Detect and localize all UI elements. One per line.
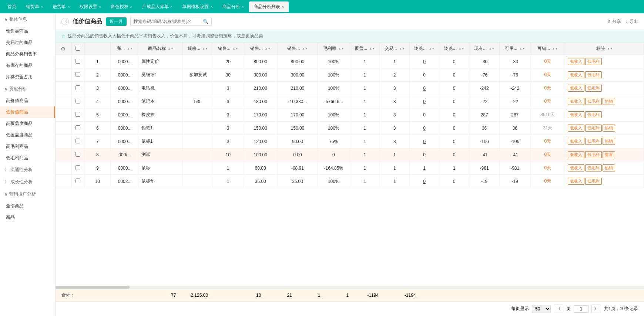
row-browse1[interactable]: 0 [409, 68, 439, 82]
nav-template[interactable]: 单据模板设置 × [178, 1, 217, 12]
nav-sales[interactable]: 销货单 × [21, 1, 47, 12]
nav-purchase[interactable]: 进货单 × [48, 1, 74, 12]
search-input[interactable] [134, 19, 201, 24]
sort-available-icon[interactable]: ▲▼ [519, 47, 525, 50]
sort-cost-icon[interactable]: ▲▼ [302, 47, 308, 50]
sort-trade-icon[interactable]: ▲▼ [399, 47, 405, 50]
row-checkbox[interactable] [76, 125, 80, 130]
col-sale-cost[interactable]: 销售... ▲▼ [278, 43, 317, 55]
sidebar-item-traded-products[interactable]: 交易过的商品 [0, 37, 55, 48]
sort-browse2-icon[interactable]: ▲▼ [459, 47, 464, 50]
row-browse1[interactable]: 1 [409, 162, 439, 175]
per-page-select[interactable]: 50 100 200 [532, 305, 551, 313]
col-saleable[interactable]: 可销... ▲▼ [530, 43, 565, 55]
row-checkbox-cell[interactable] [71, 82, 84, 95]
row-checkbox-cell[interactable] [71, 162, 84, 175]
first-page-btn[interactable]: 《 [554, 305, 563, 313]
row-checkbox[interactable] [76, 152, 80, 157]
row-browse1[interactable]: 0 [409, 95, 439, 108]
row-browse1[interactable]: 0 [409, 82, 439, 95]
row-checkbox[interactable] [76, 59, 80, 64]
sidebar-item-all-products[interactable]: 全部商品 [0, 200, 55, 212]
col-browse2[interactable]: 浏览... ▲▼ [439, 43, 469, 55]
sidebar-item-sales-products[interactable]: 销售类商品 [0, 26, 55, 37]
col-sale-amount[interactable]: 销售... ▲▼ [243, 43, 278, 55]
nav-product-analysis[interactable]: 商品分析 × [218, 1, 248, 12]
sort-name-icon[interactable]: ▲▼ [168, 47, 174, 50]
sidebar-item-low-margin[interactable]: 低毛利商品 [0, 152, 55, 164]
row-browse1[interactable]: 0 [409, 55, 439, 68]
col-current[interactable]: 现有... ▲▼ [469, 43, 500, 55]
gear-col-header[interactable]: ⚙ [56, 43, 71, 55]
row-browse1[interactable]: 0 [409, 148, 439, 162]
sidebar-group-general[interactable]: ∨ 整体信息 [0, 13, 55, 26]
nav-product-in[interactable]: 产成品入库单 × [138, 1, 177, 12]
checkbox-col-header[interactable] [71, 43, 84, 55]
sort-tags-icon[interactable]: ▲▼ [607, 47, 613, 50]
export-button[interactable]: ↓ 导出 [625, 18, 638, 25]
sidebar-item-high-value[interactable]: 高价值商品 [0, 95, 55, 106]
col-coverage[interactable]: 覆盖... ▲▼ [350, 43, 380, 55]
sort-browse1-icon[interactable]: ▲▼ [429, 47, 435, 50]
nav-close-analysis[interactable]: × [242, 4, 244, 9]
nav-close-product-in[interactable]: × [170, 4, 172, 9]
filter-recent-month[interactable]: 近一月 [106, 17, 127, 26]
next-page-btn[interactable]: 》 [591, 305, 601, 313]
row-browse1[interactable]: 0 [409, 135, 439, 148]
collapse-button[interactable]: 《 [61, 18, 69, 25]
row-checkbox-cell[interactable] [71, 95, 84, 108]
row-checkbox[interactable] [76, 85, 80, 90]
row-checkbox[interactable] [76, 179, 80, 183]
sort-spec-icon[interactable]: ▲▼ [202, 47, 208, 50]
row-browse1[interactable]: 0 [409, 108, 439, 122]
sidebar-item-stock-products[interactable]: 有库存的商品 [0, 60, 55, 71]
sidebar-item-low-value[interactable]: 低价值商品 [0, 106, 55, 118]
col-sale-qty[interactable]: 销售... ▲▼ [213, 43, 243, 55]
scrollbar-thumb[interactable] [56, 286, 130, 289]
nav-close-role[interactable]: × [130, 4, 132, 9]
row-checkbox-cell[interactable] [71, 135, 84, 148]
sidebar-item-high-margin[interactable]: 高毛利商品 [0, 141, 55, 152]
col-spec[interactable]: 规格... ▲▼ [182, 43, 213, 55]
col-code[interactable]: 商... ▲▼ [111, 43, 139, 55]
row-checkbox-cell[interactable] [71, 122, 84, 135]
sidebar-item-stock-capital[interactable]: 库存资金占用 [0, 71, 55, 83]
sidebar-group-marketing[interactable]: ∨ 营销推广分析 [0, 188, 55, 200]
row-browse1[interactable]: 0 [409, 122, 439, 135]
sort-current-icon[interactable]: ▲▼ [489, 47, 494, 50]
row-checkbox-cell[interactable] [71, 108, 84, 122]
nav-close-sales[interactable]: × [41, 4, 43, 9]
nav-close-purchase[interactable]: × [67, 4, 70, 9]
scrollbar-area[interactable] [56, 286, 644, 289]
sort-amount-icon[interactable]: ▲▼ [265, 47, 271, 50]
select-all-checkbox[interactable] [76, 46, 80, 51]
row-checkbox[interactable] [76, 112, 80, 117]
row-checkbox[interactable] [76, 72, 80, 77]
sidebar-item-high-coverage[interactable]: 高覆盖度商品 [0, 118, 55, 129]
nav-home[interactable]: 首页 [3, 1, 21, 12]
row-checkbox-cell[interactable] [71, 175, 84, 188]
sort-coverage-icon[interactable]: ▲▼ [369, 47, 375, 50]
nav-close-permission[interactable]: × [99, 4, 101, 9]
sidebar-group-flow[interactable]: 〉 流通性分析 [0, 164, 55, 176]
col-name[interactable]: 商品名称 ▲▼ [139, 43, 182, 55]
nav-product-analysis-list[interactable]: 商品分析列表 × [249, 1, 288, 12]
sidebar-group-growth[interactable]: 〉 成长性分析 [0, 176, 55, 188]
nav-role[interactable]: 角色授权 × [106, 1, 137, 12]
nav-permission[interactable]: 权限设置 × [75, 1, 105, 12]
row-checkbox-cell[interactable] [71, 55, 84, 68]
page-input[interactable] [574, 305, 588, 313]
row-checkbox[interactable] [76, 165, 80, 170]
share-button[interactable]: ⇧ 分享 [607, 18, 621, 25]
row-checkbox[interactable] [76, 139, 80, 143]
col-available[interactable]: 可用... ▲▼ [500, 43, 530, 55]
sidebar-item-category-rate[interactable]: 商品分类销售率 [0, 48, 55, 60]
nav-close-analysis-list[interactable]: × [282, 4, 284, 9]
row-checkbox-cell[interactable] [71, 148, 84, 162]
col-tags[interactable]: 标签 ▲▼ [565, 43, 644, 55]
sort-qty-icon[interactable]: ▲▼ [232, 47, 238, 50]
search-icon[interactable]: 🔍 [203, 19, 208, 24]
sidebar-group-contribution[interactable]: ∨ 贡献分析 [0, 83, 55, 95]
sidebar-item-low-coverage[interactable]: 低覆盖度商品 [0, 129, 55, 141]
col-margin[interactable]: 毛利率 ▲▼ [317, 43, 350, 55]
